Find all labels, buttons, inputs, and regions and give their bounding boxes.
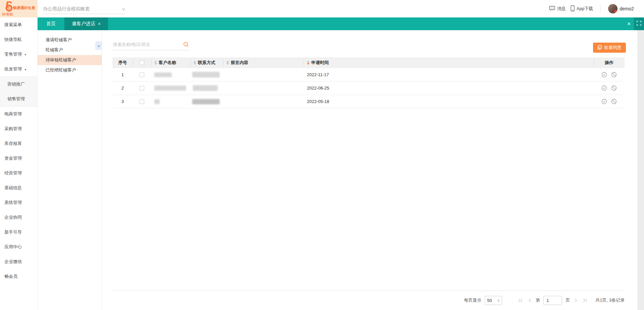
col-header-index: 序号: [112, 57, 133, 68]
approve-button[interactable]: [599, 99, 609, 104]
sidebar-wholesale-submenu: 营销推广 销售管理: [0, 76, 37, 107]
tab-close-icon[interactable]: ×: [98, 21, 101, 27]
chevron-down-icon: ∨: [497, 298, 500, 303]
row-checkbox[interactable]: [140, 99, 144, 104]
sidebar-item-app-center[interactable]: 应用中心: [0, 240, 37, 254]
app-download-label: App下载: [577, 6, 593, 12]
sidebar-item-search-menu[interactable]: 搜索菜单: [0, 17, 37, 32]
message-bubble-icon: [549, 6, 555, 12]
sidebar-item-beginner-guide[interactable]: 新手引导: [0, 225, 37, 240]
cell-contact: [190, 68, 223, 82]
sidebar-item-enterprise-collab[interactable]: 企业协同: [0, 210, 37, 225]
tab-bar: 首页 邀客户进店 × ×: [38, 17, 644, 30]
sidebar-item-purchase-mgmt[interactable]: 采购管理: [0, 121, 37, 136]
phone-icon: [571, 5, 575, 12]
approve-button[interactable]: [599, 85, 609, 91]
search-icon[interactable]: [183, 42, 189, 49]
col-header-contact[interactable]: 联系方式: [190, 57, 223, 68]
sidebar-item-basic-info[interactable]: 基础信息: [0, 180, 37, 195]
tab-invite-customers[interactable]: 邀客户进店 ×: [64, 17, 108, 30]
search-field-wrap: [112, 39, 190, 50]
select-all-checkbox[interactable]: [140, 60, 144, 65]
pending-customers-table: 序号 客户名称 联系方式 留言内容 申请时间 操作 1 2022-11-17: [112, 57, 625, 108]
sidebar-item-retail-mgmt[interactable]: 零售管理▼: [0, 47, 37, 62]
cell-apply-date: 2022-11-17: [304, 68, 594, 82]
col-header-message[interactable]: 留言内容: [223, 57, 304, 68]
cell-actions: [594, 95, 625, 108]
redacted-text: [193, 85, 218, 91]
sidebar-item-enterprise-wechat[interactable]: 企业微信: [0, 254, 37, 269]
col-header-actions: 操作: [594, 57, 625, 68]
caret-down-icon: ▼: [24, 53, 27, 56]
user-menu[interactable]: demo2: [608, 4, 634, 13]
submenu-item-pending-shop-customers[interactable]: 待审核旺铺客户: [38, 55, 102, 65]
redacted-text: [154, 86, 186, 91]
fullscreen-button[interactable]: [634, 17, 644, 30]
sort-icon-active-desc[interactable]: [307, 61, 310, 65]
col-header-name[interactable]: 客户名称: [151, 57, 190, 68]
reject-button[interactable]: [609, 85, 619, 91]
sidebar-item-wholesale-mgmt[interactable]: 批发管理▲: [0, 62, 37, 76]
prev-page-button[interactable]: [525, 298, 534, 303]
brand-logo-icon: [5, 1, 14, 13]
cell-message: [223, 68, 304, 82]
account-book-select[interactable]: 办公用品行业模拟账套 ∨: [43, 4, 125, 14]
cell-message: [223, 82, 304, 95]
sidebar-item-inventory-accounting[interactable]: 库存核算: [0, 136, 37, 151]
scrollbar-track[interactable]: [637, 30, 644, 310]
last-page-button[interactable]: [580, 298, 589, 303]
sidebar-item-chang-member[interactable]: 畅会员: [0, 269, 37, 284]
brand-edition: 标准版: [2, 12, 13, 17]
approve-button[interactable]: [599, 72, 609, 78]
reject-button[interactable]: [609, 99, 619, 104]
cell-apply-date: 2022-05-18: [304, 95, 594, 108]
sort-icon[interactable]: [194, 61, 196, 65]
per-page-select[interactable]: 50 ∨: [485, 296, 502, 305]
search-input[interactable]: [112, 39, 190, 50]
submenu-item-invite-shop-customers[interactable]: 邀请旺铺客户: [38, 35, 102, 45]
redacted-text: [154, 99, 160, 104]
submenu-item-rejected-shop-customers[interactable]: 已拒绝旺铺客户: [38, 65, 102, 75]
page-label-after: 页: [566, 297, 570, 303]
top-bar: 畅捷通好生意 标准版 办公用品行业模拟账套 ∨ 消息: [0, 0, 644, 17]
redacted-text: [192, 72, 220, 78]
app-download-button[interactable]: App下载: [571, 5, 593, 12]
sort-icon[interactable]: [226, 61, 229, 65]
table-row: 3 2022-05-18: [112, 95, 625, 108]
cell-contact: [190, 82, 223, 95]
sidebar-item-quick-nav[interactable]: 快捷导航: [0, 32, 37, 47]
sidebar-item-funds-mgmt[interactable]: 资金管理: [0, 151, 37, 166]
per-page-value: 50: [487, 298, 492, 303]
batch-approve-label: 批量同意: [604, 45, 622, 51]
table-row: 2 2022-06-25: [112, 82, 625, 95]
batch-approve-icon: [597, 45, 602, 51]
row-checkbox[interactable]: [140, 72, 144, 77]
sort-icon[interactable]: [154, 61, 157, 65]
page-number-input[interactable]: [543, 296, 562, 305]
col-header-apply-date[interactable]: 申请时间: [304, 57, 594, 68]
submenu-item-shop-customers[interactable]: 旺铺客户: [38, 45, 102, 55]
redacted-text: [192, 99, 220, 104]
app-window: 畅捷通好生意 标准版 办公用品行业模拟账套 ∨ 消息: [0, 0, 644, 310]
sidebar-item-operation-mgmt[interactable]: 经营管理: [0, 166, 37, 180]
first-page-button[interactable]: [516, 298, 525, 303]
messages-button[interactable]: 消息: [549, 6, 566, 12]
table-footer-divider: [112, 291, 625, 291]
close-all-tabs-button[interactable]: ×: [624, 17, 634, 30]
next-page-button[interactable]: [571, 298, 580, 303]
sidebar-item-ecommerce-mgmt[interactable]: 电商管理: [0, 107, 37, 121]
pagination-bar: 每页显示 50 ∨ 第 页 共1页, 3条记录: [112, 295, 625, 305]
sidebar-item-system-mgmt[interactable]: 系统管理: [0, 195, 37, 210]
reject-button[interactable]: [609, 72, 619, 78]
tab-home[interactable]: 首页: [38, 17, 64, 30]
sidebar-item-sales-mgmt[interactable]: 销售管理: [0, 92, 37, 106]
batch-approve-button[interactable]: 批量同意: [593, 43, 626, 53]
submenu-panel: 邀请旺铺客户 旺铺客户 待审核旺铺客户 已拒绝旺铺客户: [38, 30, 102, 310]
sidebar-item-marketing-promo[interactable]: 营销推广: [0, 77, 37, 92]
cell-customer-name: [151, 82, 190, 95]
collapse-panel-button[interactable]: «: [95, 41, 102, 50]
cell-actions: [594, 82, 625, 95]
cell-index: 3: [112, 95, 133, 108]
divider: [600, 5, 601, 12]
row-checkbox[interactable]: [140, 86, 144, 91]
